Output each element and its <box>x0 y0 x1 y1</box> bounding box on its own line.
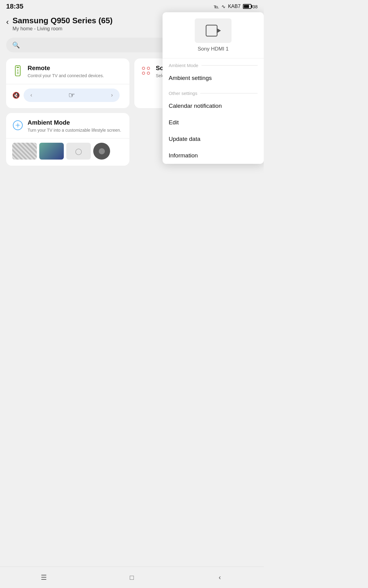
dropdown-menu: Sony HDMI 1 Ambient Mode Ambient setting… <box>163 12 264 164</box>
dropdown-source-preview: Sony HDMI 1 <box>163 12 264 58</box>
ambient-clock: ◯ <box>66 143 91 160</box>
status-time: 18:35 <box>6 2 23 10</box>
update-data-item[interactable]: Update data <box>163 131 264 147</box>
remote-card[interactable]: Remote Control your TV and connected dev… <box>6 58 129 108</box>
ambient-thumb-2 <box>39 143 64 160</box>
remote-card-header: Remote Control your TV and connected dev… <box>12 65 123 79</box>
svg-point-7 <box>147 67 150 70</box>
nav-home-button[interactable]: □ <box>123 568 141 587</box>
ambient-card-info: Ambient Mode Turn your TV into a customi… <box>28 119 121 134</box>
battery-box <box>243 4 251 9</box>
page-title: Samsung Q950 Series (65) <box>13 16 113 25</box>
svg-point-8 <box>142 72 145 74</box>
remote-card-info: Remote Control your TV and connected dev… <box>28 65 104 79</box>
remote-icon <box>12 65 23 76</box>
ambient-thumb-3: ◯ <box>66 143 91 160</box>
ambient-mode-section-label: Ambient Mode <box>163 58 264 70</box>
svg-point-9 <box>147 72 150 74</box>
battery-level: 38 <box>252 4 258 9</box>
source-preview-name: Sony HDMI 1 <box>197 46 228 52</box>
ambient-settings-item[interactable]: Ambient settings <box>163 70 264 86</box>
svg-point-6 <box>142 67 145 70</box>
network-name: KAB7 <box>228 4 240 9</box>
left-arrow-icon[interactable]: ‹ <box>30 92 32 98</box>
other-settings-section-label: Other settings <box>163 86 264 98</box>
battery-indicator: 38 <box>243 4 258 9</box>
ambient-thumb-4 <box>93 143 110 160</box>
svg-rect-11 <box>206 25 217 36</box>
edit-item[interactable]: Edit <box>163 114 264 131</box>
calendar-notification-item[interactable]: Calendar notification <box>163 98 264 114</box>
remote-card-divider <box>6 84 129 84</box>
bluetooth-icon: ℡ <box>214 4 219 9</box>
ambient-card-header: Ambient Mode Turn your TV into a customi… <box>12 119 123 134</box>
ambient-thumb-1 <box>12 143 37 160</box>
remote-controls: 🔇 ‹ ☞ › <box>12 89 123 102</box>
source-icon <box>140 65 151 76</box>
remote-card-desc: Control your TV and connected devices. <box>28 73 104 79</box>
nav-back-button[interactable]: ‹ <box>211 568 229 587</box>
page-subtitle: My home - Living room <box>13 26 113 32</box>
svg-rect-5 <box>17 74 19 74</box>
svg-rect-4 <box>17 73 19 73</box>
ambient-vinyl <box>99 148 105 154</box>
nav-menu-button[interactable]: ☰ <box>35 568 53 587</box>
svg-point-2 <box>17 70 18 71</box>
ambient-card-title: Ambient Mode <box>28 119 121 126</box>
search-icon: 🔍 <box>12 41 20 49</box>
remote-card-title: Remote <box>28 65 104 72</box>
remote-nav[interactable]: ‹ ☞ › <box>24 89 120 102</box>
battery-fill <box>244 5 249 8</box>
source-preview-icon <box>195 18 232 43</box>
ambient-icon <box>12 120 23 131</box>
ambient-card-divider <box>6 138 129 138</box>
mute-icon[interactable]: 🔇 <box>12 92 20 99</box>
header-text: Samsung Q950 Series (65) My home - Livin… <box>13 16 113 32</box>
ambient-thumbnails: ◯ <box>12 143 123 160</box>
back-button[interactable]: ‹ <box>6 17 9 27</box>
ambient-photo <box>39 143 64 160</box>
ambient-pattern <box>12 143 37 160</box>
status-bar: 18:35 ℡ ∿ KAB7 38 <box>0 0 264 13</box>
status-icons: ℡ ∿ KAB7 38 <box>214 4 258 9</box>
back-arrow-icon: ‹ <box>219 574 221 582</box>
hand-pointer-icon: ☞ <box>68 91 75 100</box>
svg-rect-1 <box>17 67 19 68</box>
nav-bar: ☰ □ ‹ <box>0 567 264 588</box>
ambient-card-desc: Turn your TV into a customizable lifesty… <box>28 127 121 134</box>
home-square-icon: □ <box>130 574 134 582</box>
hamburger-icon: ☰ <box>41 574 47 582</box>
ambient-card[interactable]: Ambient Mode Turn your TV into a customi… <box>6 113 129 166</box>
right-arrow-icon[interactable]: › <box>111 92 113 98</box>
wifi-icon: ∿ <box>221 4 225 9</box>
information-item[interactable]: Information <box>163 147 264 164</box>
svg-rect-3 <box>17 72 19 72</box>
